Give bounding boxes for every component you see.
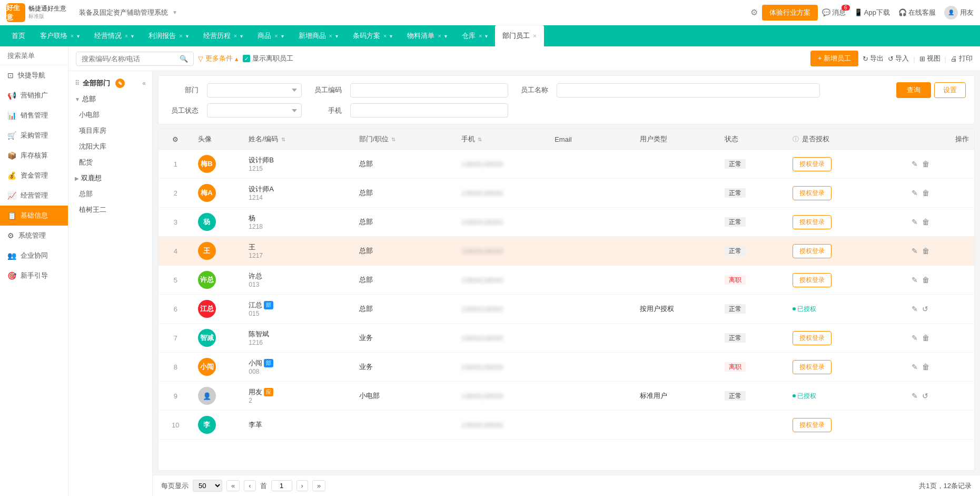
show-inactive-toggle[interactable]: ✓ 显示离职员工 xyxy=(243,54,293,63)
user-button[interactable]: 👤 用友 xyxy=(944,6,974,20)
tab-customer[interactable]: 客户联络 × ▾ xyxy=(33,25,87,46)
message-button[interactable]: 💬 消息 6 xyxy=(822,8,846,17)
sidebar-item-inventory[interactable]: 📦 库存核算 xyxy=(0,145,68,166)
edit-icon[interactable]: ✎ xyxy=(912,363,918,371)
th-settings[interactable]: ⚙ xyxy=(159,129,193,150)
settings-icon[interactable]: ⚙ xyxy=(750,7,758,17)
dept-select[interactable] xyxy=(207,83,302,98)
search-button[interactable]: 查询 xyxy=(896,82,931,98)
trial-button[interactable]: 体验行业方案 xyxy=(762,5,818,21)
tree-collapse-icon[interactable]: « xyxy=(142,80,146,87)
tree-parent-shuanglu[interactable]: ▶ 双鹿想 xyxy=(68,170,152,186)
delete-icon[interactable]: 🗑 xyxy=(922,363,929,371)
tab-close[interactable]: × xyxy=(125,33,128,39)
last-page-button[interactable]: » xyxy=(312,480,325,491)
info-icon[interactable]: ⓘ xyxy=(793,135,799,143)
next-page-button[interactable]: › xyxy=(296,480,308,491)
delete-icon[interactable]: 🗑 xyxy=(922,160,929,168)
page-size-select[interactable]: 50 20 100 xyxy=(193,480,222,492)
tree-item-hq2[interactable]: 总部 xyxy=(68,186,152,202)
import-button[interactable]: ↺ 导入 xyxy=(888,54,909,63)
sidebar-item-nav[interactable]: ⊡ 快捷导航 xyxy=(0,65,68,85)
emp-code-input[interactable] xyxy=(350,83,508,98)
auth-button[interactable]: 授权登录 xyxy=(793,244,831,258)
tab-close[interactable]: × xyxy=(234,33,237,39)
edit-icon[interactable]: ✎ xyxy=(912,276,918,284)
tree-item-zhishu[interactable]: 植树王二 xyxy=(68,202,152,218)
emp-status-select[interactable] xyxy=(207,103,302,118)
th-phone[interactable]: 手机 ⇅ xyxy=(456,129,549,150)
emp-name-input[interactable] xyxy=(557,83,820,98)
tree-item-project[interactable]: 项目库房 xyxy=(68,123,152,139)
edit-icon[interactable]: ✎ xyxy=(912,334,918,342)
th-name-code[interactable]: 姓名/编码 ⇅ xyxy=(243,129,354,150)
sidebar-item-basic-info[interactable]: 📋 基础信息 xyxy=(0,206,68,226)
tree-item-shenyang[interactable]: 沈阳大库 xyxy=(68,139,152,154)
auth-button[interactable]: 授权登录 xyxy=(793,186,831,200)
tab-bom[interactable]: 物料清单 × ▾ xyxy=(400,25,454,46)
app-download-button[interactable]: 📱 App下载 xyxy=(854,8,890,17)
edit-icon[interactable]: ✎ xyxy=(912,305,918,313)
sidebar-item-marketing[interactable]: 📢 营销推广 xyxy=(0,85,68,105)
delete-icon[interactable]: ↺ xyxy=(922,392,928,400)
tree-edit-icon[interactable]: ✎ xyxy=(115,79,125,88)
prev-page-button[interactable]: ‹ xyxy=(244,480,255,491)
delete-icon[interactable]: 🗑 xyxy=(922,334,929,342)
print-button[interactable]: 🖨 打印 xyxy=(951,54,973,63)
tab-home[interactable]: 首页 xyxy=(4,25,33,46)
tab-barcode[interactable]: 条码方案 × ▾ xyxy=(345,25,400,46)
edit-icon[interactable]: ✎ xyxy=(912,189,918,197)
delete-icon[interactable]: 🗑 xyxy=(922,189,929,197)
auth-button[interactable]: 授权登录 xyxy=(793,273,831,287)
more-filter-button[interactable]: ▽ 更多条件 ▴ xyxy=(198,54,239,63)
sidebar-item-guide[interactable]: 🎯 新手引导 xyxy=(0,266,68,286)
sidebar-item-sales[interactable]: 📊 销售管理 xyxy=(0,105,68,125)
first-page-button[interactable]: « xyxy=(226,480,240,491)
tab-operation[interactable]: 经营情况 × ▾ xyxy=(87,25,141,46)
tree-parent-hq[interactable]: ▼ 总部 xyxy=(68,91,152,107)
tab-history[interactable]: 经营历程 × ▾ xyxy=(196,25,250,46)
tab-close[interactable]: × xyxy=(329,33,332,39)
page-number-input[interactable] xyxy=(271,480,292,491)
edit-icon[interactable]: ✎ xyxy=(912,218,918,226)
tab-close[interactable]: × xyxy=(71,33,74,39)
edit-icon[interactable]: ✎ xyxy=(912,392,918,400)
view-button[interactable]: ⊞ 视图 xyxy=(919,54,941,63)
tab-close[interactable]: × xyxy=(274,33,278,39)
tab-close[interactable]: × xyxy=(438,33,441,39)
auth-button[interactable]: 授权登录 xyxy=(793,215,831,229)
tab-close[interactable]: × xyxy=(179,33,182,39)
sidebar-item-business[interactable]: 📈 经营管理 xyxy=(0,186,68,206)
delete-icon[interactable]: 🗑 xyxy=(922,276,929,284)
tab-goods[interactable]: 商品 × ▾ xyxy=(250,25,291,46)
edit-icon[interactable]: ✎ xyxy=(912,160,918,168)
tab-warehouse[interactable]: 仓库 × ▾ xyxy=(454,25,495,46)
th-dept[interactable]: 部门/职位 ⇅ xyxy=(354,129,456,150)
sidebar-item-purchase[interactable]: 🛒 采购管理 xyxy=(0,125,68,145)
auth-button[interactable]: 授权登录 xyxy=(793,331,831,345)
tree-item-distribution[interactable]: 配货 xyxy=(68,154,152,170)
delete-icon[interactable]: 🗑 xyxy=(922,218,929,226)
system-dropdown-arrow[interactable]: ▼ xyxy=(172,9,177,15)
phone-input[interactable] xyxy=(350,103,508,118)
delete-icon[interactable]: 🗑 xyxy=(922,247,929,255)
setting-button[interactable]: 设置 xyxy=(934,82,966,98)
auth-button[interactable]: 授权登录 xyxy=(793,157,831,171)
tab-close[interactable]: × xyxy=(533,33,536,39)
delete-icon[interactable]: ↺ xyxy=(922,305,928,313)
sidebar-item-finance[interactable]: 💰 资金管理 xyxy=(0,166,68,186)
edit-icon[interactable]: ✎ xyxy=(912,247,918,255)
auth-button[interactable]: 授权登录 xyxy=(793,360,831,374)
online-service-button[interactable]: 🎧 在线客服 xyxy=(898,8,936,17)
tab-close[interactable]: × xyxy=(479,33,482,39)
tree-item-small-elec[interactable]: 小电部 xyxy=(68,107,152,123)
search-input[interactable] xyxy=(82,55,176,63)
search-input[interactable] xyxy=(7,52,68,60)
tab-add-goods[interactable]: 新增商品 × ▾ xyxy=(291,25,345,46)
sidebar-item-system[interactable]: ⚙ 系统管理 xyxy=(0,226,68,246)
tab-profit[interactable]: 利润报告 × ▾ xyxy=(141,25,195,46)
auth-button[interactable]: 授权登录 xyxy=(793,418,831,432)
export-button[interactable]: ↻ 导出 xyxy=(863,54,884,63)
sidebar-item-collab[interactable]: 👥 企业协同 xyxy=(0,246,68,266)
tab-close[interactable]: × xyxy=(383,33,387,39)
